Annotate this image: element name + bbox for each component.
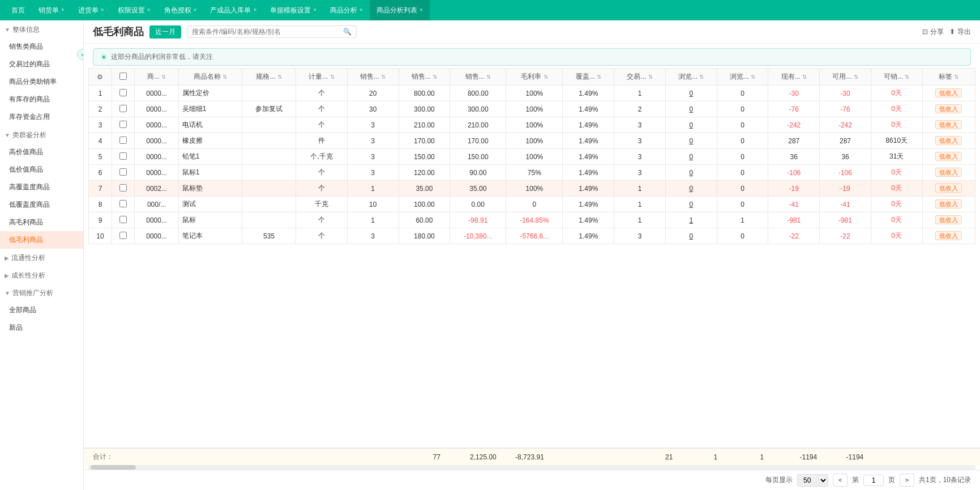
row-sales-price: 210.00 (399, 117, 450, 133)
col-transaction[interactable]: 交易... ⇅ (614, 69, 666, 86)
row-browse1[interactable]: 0 (665, 149, 717, 165)
filter-recent-month-button[interactable]: 近一月 (149, 25, 181, 39)
share-button[interactable]: ⊡ 分享 (922, 27, 944, 37)
row-sales-amount: 150.00 (450, 149, 506, 165)
close-icon[interactable]: × (313, 0, 316, 20)
sidebar-item-low-margin[interactable]: 低毛利商品 (0, 231, 83, 249)
horizontal-scrollbar[interactable] (88, 465, 975, 470)
row-checkbox[interactable] (112, 117, 134, 133)
row-code: 0000... (135, 117, 178, 133)
nav-sales-order[interactable]: 销货单 × (32, 0, 71, 20)
sidebar-item-low-coverage[interactable]: 低覆盖度商品 (0, 196, 83, 214)
row-available: -41 (820, 197, 871, 212)
row-browse1[interactable]: 1 (665, 212, 717, 228)
col-checkbox[interactable] (112, 69, 134, 86)
close-icon[interactable]: × (61, 0, 65, 20)
col-current[interactable]: 现有... ⇅ (768, 69, 820, 86)
row-checkbox[interactable] (112, 101, 134, 117)
row-checkbox[interactable] (112, 228, 134, 244)
select-all-checkbox[interactable] (119, 73, 127, 80)
row-browse1[interactable]: 0 (665, 133, 717, 149)
nav-product-analysis-list[interactable]: 商品分析列表 × (370, 0, 430, 20)
page-number-input[interactable] (863, 475, 884, 486)
row-cover-rate: 1.49% (563, 101, 614, 117)
page-label: 第 (852, 475, 859, 485)
col-sales-qty[interactable]: 销售... ⇅ (347, 69, 399, 86)
row-checkbox[interactable] (112, 212, 134, 228)
sidebar-group-growth[interactable]: ▶ 成长性分析 (0, 266, 83, 284)
col-settings[interactable]: ⚙ (89, 69, 112, 86)
nav-template-settings[interactable]: 单据模板设置 × (263, 0, 323, 20)
col-gross-rate[interactable]: 毛利率 ⇅ (506, 69, 563, 86)
row-gross-rate: -5766.6... (506, 228, 563, 244)
col-code[interactable]: 商... ⇅ (135, 69, 178, 86)
scrollbar-thumb[interactable] (91, 465, 136, 470)
sidebar-item-new-products[interactable]: 新品 (0, 319, 83, 336)
sidebar-group-marketing[interactable]: ▼ 营销推广分析 (0, 284, 83, 301)
search-icon[interactable]: 🔍 (343, 28, 352, 36)
row-sales-amount: -10,380... (450, 228, 506, 244)
next-page-button[interactable]: ＞ (900, 474, 914, 487)
close-icon[interactable]: × (420, 0, 423, 20)
sidebar-item-high-value[interactable]: 高价值商品 (0, 143, 83, 161)
col-cover-rate[interactable]: 覆盖... ⇅ (563, 69, 614, 86)
sidebar-item-high-coverage[interactable]: 高覆盖度商品 (0, 178, 83, 196)
col-sales-amount[interactable]: 销售... ⇅ (450, 69, 506, 86)
col-browse2[interactable]: 浏览... ⇅ (717, 69, 768, 86)
col-browse1[interactable]: 浏览... ⇅ (665, 69, 717, 86)
col-tag[interactable]: 标签 ⇅ (922, 69, 975, 86)
sidebar-group-overall-info[interactable]: ▼ 整体信息 (0, 20, 83, 38)
row-current: -41 (768, 197, 820, 212)
nav-permission-settings[interactable]: 权限设置 × (111, 0, 157, 20)
sidebar-item-traded-products[interactable]: 交易过的商品 (0, 56, 83, 73)
col-saleable[interactable]: 可销... ⇅ (871, 69, 922, 86)
col-spec[interactable]: 规格... ⇅ (242, 69, 296, 86)
prev-page-button[interactable]: ＜ (833, 474, 848, 487)
close-icon[interactable]: × (194, 0, 197, 20)
nav-role-auth[interactable]: 角色授权 × (157, 0, 204, 20)
row-sales-amount: 170.00 (450, 133, 506, 149)
close-icon[interactable]: × (101, 0, 104, 20)
row-browse1[interactable]: 0 (665, 228, 717, 244)
row-checkbox[interactable] (112, 133, 134, 149)
sidebar-item-inventory-products[interactable]: 有库存的商品 (0, 91, 83, 108)
per-page-select[interactable]: 50 20 100 (797, 474, 828, 487)
search-box[interactable]: 🔍 (187, 25, 357, 38)
sidebar-item-sales-products[interactable]: 销售类商品 (0, 38, 83, 56)
sidebar-item-all-products[interactable]: 全部商品 (0, 301, 83, 319)
sidebar-item-low-value[interactable]: 低价值商品 (0, 161, 83, 178)
nav-product-analysis[interactable]: 商品分析 × (323, 0, 370, 20)
row-checkbox[interactable] (112, 197, 134, 212)
row-checkbox[interactable] (112, 86, 134, 101)
footer-sales-price: 2,125.00 (460, 453, 506, 461)
col-name[interactable]: 商品名称 ⇅ (178, 69, 242, 86)
row-browse1[interactable]: 0 (665, 181, 717, 197)
row-browse1[interactable]: 0 (665, 117, 717, 133)
sidebar-group-circulation[interactable]: ▶ 流通性分析 (0, 249, 83, 266)
sidebar-group-cluster-analysis[interactable]: ▼ 类群鉴分析 (0, 126, 83, 143)
sidebar-item-category-sales-rate[interactable]: 商品分类助销率 (0, 73, 83, 91)
row-browse1[interactable]: 0 (665, 165, 717, 181)
chevron-down-icon: ▼ (5, 27, 10, 33)
nav-home[interactable]: 首页 (5, 0, 32, 20)
col-sales-price[interactable]: 销售... ⇅ (399, 69, 450, 86)
row-checkbox[interactable] (112, 181, 134, 197)
row-browse1[interactable]: 0 (665, 101, 717, 117)
row-browse1[interactable]: 0 (665, 197, 717, 212)
col-available[interactable]: 可用... ⇅ (820, 69, 871, 86)
close-icon[interactable]: × (147, 0, 151, 20)
sidebar-item-inventory-capital[interactable]: 库存资金占用 (0, 108, 83, 126)
row-checkbox[interactable] (112, 165, 134, 181)
col-unit[interactable]: 计量... ⇅ (296, 69, 348, 86)
search-input[interactable] (192, 28, 341, 36)
nav-product-inbound[interactable]: 产成品入库单 × (203, 0, 263, 20)
table-container[interactable]: ⚙ 商... ⇅ 商品名称 ⇅ 规格... ⇅ 计量... ⇅ 销售... ⇅ … (88, 68, 975, 448)
top-navigation: 首页 销货单 × 进货单 × 权限设置 × 角色授权 × 产成品入库单 × 单据… (0, 0, 980, 20)
row-browse1[interactable]: 0 (665, 86, 717, 101)
nav-purchase-order[interactable]: 进货单 × (71, 0, 111, 20)
row-checkbox[interactable] (112, 149, 134, 165)
sidebar-item-high-margin[interactable]: 高毛利商品 (0, 214, 83, 231)
close-icon[interactable]: × (253, 0, 256, 20)
export-button[interactable]: ⬆ 导出 (949, 27, 971, 37)
close-icon[interactable]: × (360, 0, 363, 20)
